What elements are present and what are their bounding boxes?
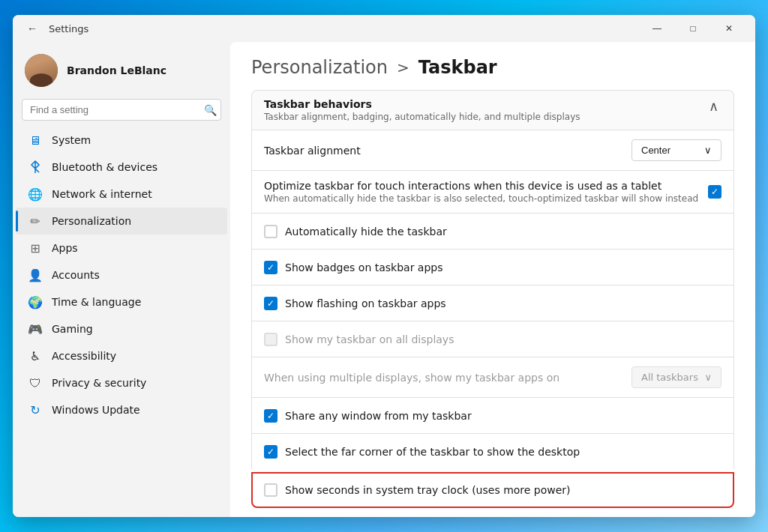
sidebar-item-gaming-label: Gaming	[52, 323, 93, 335]
window-title: Settings	[49, 23, 88, 34]
far-corner-label: Select the far corner of the taskbar to …	[285, 446, 580, 458]
touch-interactions-label: Optimize taskbar for touch interactions …	[264, 180, 708, 204]
far-corner-wrap: Select the far corner of the taskbar to …	[264, 445, 580, 459]
search-icon[interactable]: 🔍	[204, 104, 217, 116]
gaming-icon: 🎮	[28, 321, 43, 336]
maximize-button[interactable]: □	[676, 15, 710, 42]
touch-interactions-control	[708, 185, 722, 199]
sidebar-item-gaming[interactable]: 🎮 Gaming	[16, 315, 227, 342]
search-input[interactable]	[22, 99, 221, 121]
sidebar-item-accounts-label: Accounts	[52, 269, 100, 281]
section-header-text: Taskbar behaviors Taskbar alignment, bad…	[264, 98, 580, 122]
user-name: Brandon LeBlanc	[67, 64, 166, 76]
sidebar-item-network[interactable]: 🌐 Network & internet	[16, 181, 227, 208]
sidebar-item-system-label: System	[52, 134, 91, 146]
breadcrumb-current: Taskbar	[418, 57, 497, 78]
far-corner-checkbox[interactable]	[264, 445, 278, 459]
privacy-icon: 🛡	[28, 375, 43, 390]
personalization-icon: ✏️	[28, 214, 43, 229]
all-displays-row: Show my taskbar on all displays	[251, 321, 734, 357]
sidebar: Brandon LeBlanc 🔍 🖥 System Bluetooth & d…	[13, 42, 230, 517]
breadcrumb-parent[interactable]: Personalization	[251, 57, 388, 78]
sidebar-item-system[interactable]: 🖥 System	[16, 127, 227, 154]
flashing-wrap: Show flashing on taskbar apps	[264, 297, 446, 310]
back-button[interactable]: ←	[22, 18, 43, 39]
all-displays-wrap: Show my taskbar on all displays	[264, 333, 454, 346]
sidebar-item-personalization-label: Personalization	[52, 215, 131, 227]
flashing-row: Show flashing on taskbar apps	[251, 285, 734, 321]
minimize-button[interactable]: —	[640, 15, 674, 42]
taskbar-alignment-row: Taskbar alignment Center ∨	[251, 130, 734, 170]
sidebar-item-accessibility[interactable]: ♿ Accessibility	[16, 342, 227, 369]
update-icon: ↻	[28, 402, 43, 417]
network-icon: 🌐	[28, 187, 43, 202]
section-title: Taskbar behaviors	[264, 98, 580, 110]
system-icon: 🖥	[28, 133, 43, 148]
sidebar-item-personalization[interactable]: ✏️ Personalization	[16, 208, 227, 235]
time-icon: 🌍	[28, 294, 43, 309]
flashing-label: Show flashing on taskbar apps	[285, 297, 446, 309]
show-seconds-label: Show seconds in system tray clock (uses …	[285, 484, 571, 496]
sidebar-item-apps-label: Apps	[52, 242, 78, 254]
show-seconds-checkbox[interactable]	[264, 483, 278, 497]
accounts-icon: 👤	[28, 267, 43, 282]
sidebar-item-time[interactable]: 🌍 Time & language	[16, 288, 227, 315]
sidebar-item-update-label: Windows Update	[52, 404, 140, 416]
sidebar-item-privacy-label: Privacy & security	[52, 377, 146, 389]
all-displays-checkbox[interactable]	[264, 333, 278, 346]
section-header: Taskbar behaviors Taskbar alignment, bad…	[251, 90, 734, 130]
multiple-displays-label: When using multiple displays, show my ta…	[264, 372, 632, 384]
badges-label: Show badges on taskbar apps	[285, 262, 443, 273]
taskbar-alignment-control: Center ∨	[632, 139, 722, 161]
accessibility-icon: ♿	[28, 348, 43, 363]
show-seconds-wrap: Show seconds in system tray clock (uses …	[264, 483, 571, 497]
far-corner-row: Select the far corner of the taskbar to …	[251, 433, 734, 469]
share-window-wrap: Share any window from my taskbar	[264, 409, 472, 423]
sidebar-item-accessibility-label: Accessibility	[52, 350, 116, 362]
badges-checkbox[interactable]	[264, 261, 278, 274]
sidebar-item-bluetooth-label: Bluetooth & devices	[52, 161, 158, 173]
avatar	[25, 54, 58, 87]
autohide-row: Automatically hide the taskbar	[251, 213, 734, 249]
sidebar-item-bluetooth[interactable]: Bluetooth & devices	[16, 154, 227, 181]
user-profile: Brandon LeBlanc	[13, 48, 230, 99]
touch-interactions-checkbox[interactable]	[708, 185, 722, 199]
multiple-displays-row: When using multiple displays, show my ta…	[251, 357, 734, 397]
section-description: Taskbar alignment, badging, automaticall…	[264, 112, 580, 122]
sidebar-item-accounts[interactable]: 👤 Accounts	[16, 262, 227, 288]
share-window-label: Share any window from my taskbar	[285, 410, 472, 422]
main-content: Personalization > Taskbar Taskbar behavi…	[230, 42, 755, 517]
badges-row: Show badges on taskbar apps	[251, 249, 734, 285]
taskbar-alignment-label: Taskbar alignment	[264, 145, 632, 157]
badges-wrap: Show badges on taskbar apps	[264, 261, 443, 274]
settings-window: ← Settings — □ ✕ Brandon LeBlanc 🔍	[13, 15, 755, 517]
autohide-wrap: Automatically hide the taskbar	[264, 225, 447, 238]
sidebar-item-apps[interactable]: ⊞ Apps	[16, 235, 227, 262]
section-collapse-button[interactable]: ∧	[706, 98, 722, 115]
multiple-displays-dropdown: All taskbars ∨	[632, 366, 722, 388]
share-window-row: Share any window from my taskbar	[251, 397, 734, 433]
autohide-checkbox[interactable]	[264, 225, 278, 238]
close-button[interactable]: ✕	[712, 15, 746, 42]
apps-icon: ⊞	[28, 241, 43, 256]
sidebar-item-update[interactable]: ↻ Windows Update	[16, 396, 227, 423]
title-bar-left: ← Settings	[22, 18, 640, 39]
sidebar-item-privacy[interactable]: 🛡 Privacy & security	[16, 369, 227, 396]
all-displays-label: Show my taskbar on all displays	[285, 333, 454, 345]
bluetooth-icon	[28, 160, 43, 175]
touch-interactions-row: Optimize taskbar for touch interactions …	[251, 170, 734, 213]
page-header: Personalization > Taskbar	[230, 42, 755, 90]
sidebar-item-time-label: Time & language	[52, 296, 141, 308]
autohide-label: Automatically hide the taskbar	[285, 226, 447, 238]
chevron-down-icon-disabled: ∨	[704, 372, 712, 383]
show-seconds-row: Show seconds in system tray clock (uses …	[251, 472, 734, 508]
chevron-down-icon: ∨	[704, 145, 712, 156]
title-bar: ← Settings — □ ✕	[13, 15, 755, 42]
share-window-checkbox[interactable]	[264, 409, 278, 423]
flashing-checkbox[interactable]	[264, 297, 278, 310]
sidebar-item-network-label: Network & internet	[52, 188, 152, 200]
taskbar-alignment-dropdown[interactable]: Center ∨	[632, 139, 722, 161]
title-bar-controls: — □ ✕	[640, 15, 746, 42]
breadcrumb-separator: >	[397, 58, 410, 76]
search-box: 🔍	[22, 99, 221, 121]
